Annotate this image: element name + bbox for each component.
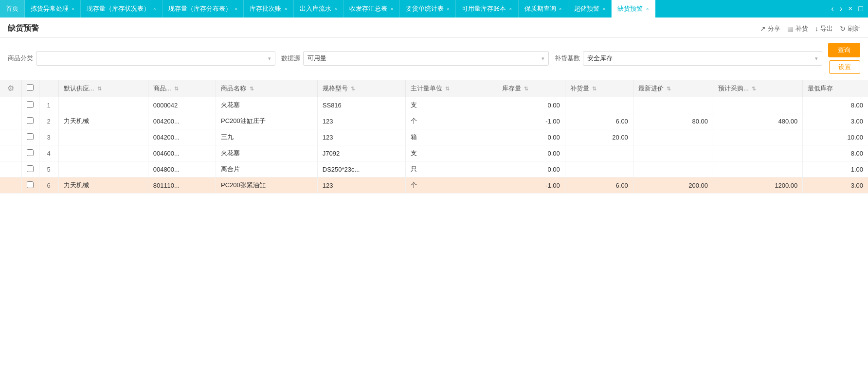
nav-tab-close-icon[interactable]: × xyxy=(390,6,393,12)
datasource-select[interactable]: 可用量 ▾ xyxy=(303,51,549,66)
nav-tab-label: 拣货异常处理 xyxy=(31,4,69,13)
nav-tab-receive[interactable]: 收发存汇总表× xyxy=(344,0,399,18)
stock-sort-icon[interactable]: ⇅ xyxy=(524,86,528,91)
row-latest-price xyxy=(633,129,713,145)
nav-tab-overstock[interactable]: 超储预警× xyxy=(568,0,612,18)
th-supplier: 默认供应... ⇅ xyxy=(58,80,148,97)
nav-tab-close-icon[interactable]: × xyxy=(447,6,450,12)
nav-tab-close-icon[interactable]: × xyxy=(284,6,287,12)
nav-tab-close-icon[interactable]: × xyxy=(602,6,605,12)
row-checkbox[interactable] xyxy=(27,117,34,124)
row-checkbox[interactable] xyxy=(27,165,34,172)
row-replenish xyxy=(565,97,633,113)
replenish-base-select[interactable]: 安全库存 ▾ xyxy=(583,51,822,66)
th-replenish: 补货量 ⇅ xyxy=(565,80,633,97)
row-gear-cell xyxy=(0,97,21,113)
table-row[interactable]: 4004600...火花塞J7092支0.008.00 xyxy=(0,145,868,161)
product-code-sort-icon[interactable]: ⇅ xyxy=(174,86,179,91)
row-checkbox-cell xyxy=(21,145,39,161)
row-index: 5 xyxy=(39,161,58,177)
nav-tab-expiry[interactable]: 保质期查询× xyxy=(519,0,568,18)
select-all-checkbox[interactable] xyxy=(27,84,34,91)
row-est-purchase: 1200.00 xyxy=(713,177,802,194)
nav-tab-batch[interactable]: 库存批次账× xyxy=(244,0,293,18)
nav-tab-label: 超储预警 xyxy=(574,4,599,13)
share-button[interactable]: ↗ 分享 xyxy=(760,24,780,33)
row-gear-cell xyxy=(0,145,21,161)
row-latest-price xyxy=(633,97,713,113)
spec-sort-icon[interactable]: ⇅ xyxy=(351,86,355,91)
nav-tab-inout[interactable]: 出入库流水× xyxy=(294,0,344,18)
row-unit: 箱 xyxy=(405,129,497,145)
nav-tab-close-icon[interactable]: × xyxy=(72,6,74,12)
th-gear: ⚙ xyxy=(0,80,21,97)
replenish-icon: ▦ xyxy=(787,25,794,33)
data-table: ⚙ 默认供应... ⇅ 商品... ⇅ xyxy=(0,80,868,194)
nav-restore-button[interactable]: □ xyxy=(855,0,866,18)
replenish-sort-icon[interactable]: ⇅ xyxy=(592,86,597,91)
est-purchase-sort-icon[interactable]: ⇅ xyxy=(752,86,756,91)
nav-tab-exception[interactable]: 拣货异常处理× xyxy=(25,0,81,18)
datasource-dropdown-icon: ▾ xyxy=(542,55,544,62)
nav-tab-close-icon[interactable]: × xyxy=(334,6,337,12)
datasource-select-value: 可用量 xyxy=(307,54,326,63)
nav-tab-available[interactable]: 可用量库存账本× xyxy=(456,0,518,18)
table-row[interactable]: 3004200...三九123箱0.0020.0010.00 xyxy=(0,129,868,145)
row-checkbox[interactable] xyxy=(27,133,34,140)
nav-tab-close-icon[interactable]: × xyxy=(559,6,562,12)
row-supplier: 力天机械 xyxy=(58,177,148,194)
row-checkbox-cell xyxy=(21,177,39,194)
query-button[interactable]: 查询 xyxy=(828,43,860,57)
product-name-sort-icon[interactable]: ⇅ xyxy=(250,86,254,91)
row-checkbox[interactable] xyxy=(27,149,34,156)
nav-tab-close-icon[interactable]: × xyxy=(153,6,156,12)
row-min-stock: 3.00 xyxy=(803,113,868,129)
settings-button[interactable]: 设置 xyxy=(829,60,860,74)
th-est-purchase-label: 预计采购... xyxy=(718,85,749,92)
filter-action-buttons: 查询 设置 xyxy=(828,43,860,74)
row-checkbox[interactable] xyxy=(27,181,34,188)
refresh-button[interactable]: ↻ 刷新 xyxy=(840,24,860,33)
table-row[interactable]: 5004800...离合片DS250*23c...只0.001.00 xyxy=(0,161,868,177)
nav-close-all-button[interactable]: × xyxy=(845,0,855,18)
th-min-stock: 最低库存 xyxy=(803,80,868,97)
row-supplier: 力天机械 xyxy=(58,113,148,129)
row-checkbox[interactable] xyxy=(27,101,34,108)
nav-tab-close-icon[interactable]: × xyxy=(646,6,649,12)
supplier-sort-icon[interactable]: ⇅ xyxy=(97,86,102,91)
table-row[interactable]: 2力天机械004200...PC200油缸庄子123个-1.006.0080.0… xyxy=(0,113,868,129)
row-product-name: PC200张紧油缸 xyxy=(216,177,318,194)
th-product-name: 商品名称 ⇅ xyxy=(216,80,318,97)
row-replenish: 6.00 xyxy=(565,113,633,129)
filters-grid: 商品分类 ▾ 数据源 可用量 ▾ 补货基数 安全库存 ▾ xyxy=(8,43,860,74)
nav-prev-button[interactable]: ‹ xyxy=(828,0,836,18)
unit-sort-icon[interactable]: ⇅ xyxy=(445,86,450,91)
th-spec: 规格型号 ⇅ xyxy=(317,80,405,97)
nav-tab-shortage[interactable]: 缺货预警× xyxy=(612,0,655,18)
refresh-icon: ↻ xyxy=(840,25,846,33)
th-latest-price: 最新进价 ⇅ xyxy=(633,80,713,97)
table-row[interactable]: 10000042火花塞SS816支0.008.00 xyxy=(0,97,868,113)
latest-price-sort-icon[interactable]: ⇅ xyxy=(667,86,671,91)
row-replenish xyxy=(565,161,633,177)
row-supplier xyxy=(58,97,148,113)
gear-settings-icon[interactable]: ⚙ xyxy=(7,84,14,93)
nav-tabs: 首页拣货异常处理×现存量（库存状况表）×现存量（库存分布表）×库存批次账×出入库… xyxy=(0,0,868,18)
nav-tab-purchase-stat[interactable]: 要货单统计表× xyxy=(400,0,456,18)
nav-tab-label: 现存量（库存状况表） xyxy=(87,4,150,13)
nav-arrows: ‹ › × □ xyxy=(826,0,868,18)
nav-tab-close-icon[interactable]: × xyxy=(235,6,237,12)
nav-tab-home[interactable]: 首页 xyxy=(0,0,25,18)
row-replenish xyxy=(565,145,633,161)
row-product-name: 三九 xyxy=(216,129,318,145)
nav-tab-stock-status[interactable]: 现存量（库存状况表）× xyxy=(81,0,162,18)
replenish-base-dropdown-icon: ▾ xyxy=(815,55,818,62)
row-stock: -1.00 xyxy=(497,113,565,129)
nav-next-button[interactable]: › xyxy=(837,0,845,18)
nav-tab-stock-dist[interactable]: 现存量（库存分布表）× xyxy=(163,0,244,18)
export-button[interactable]: ↓ 导出 xyxy=(815,24,833,33)
category-select[interactable]: ▾ xyxy=(36,51,275,66)
nav-tab-close-icon[interactable]: × xyxy=(509,6,512,12)
table-row[interactable]: 6力天机械801110...PC200张紧油缸123个-1.006.00200.… xyxy=(0,177,868,194)
replenish-button[interactable]: ▦ 补货 xyxy=(787,24,808,33)
